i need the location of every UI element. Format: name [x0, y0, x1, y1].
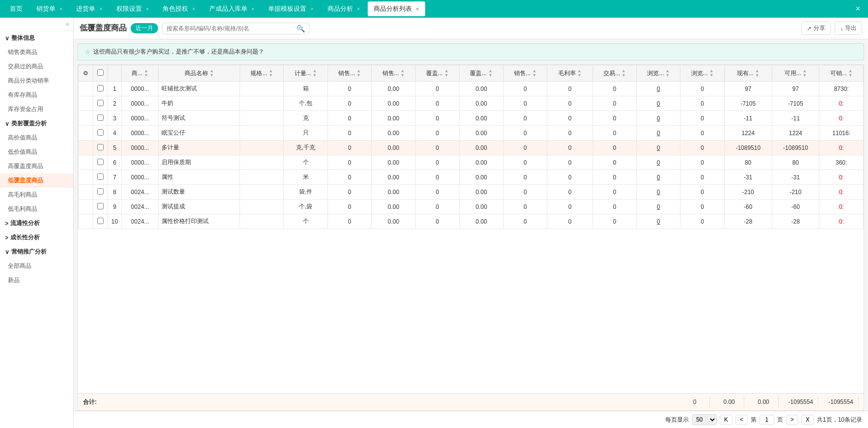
close-icon[interactable]: ×	[310, 6, 313, 12]
sidebar-collapse-button[interactable]: «	[0, 18, 73, 31]
window-close-button[interactable]: ×	[852, 2, 864, 15]
row-settings[interactable]	[79, 111, 93, 126]
sidebar-group-flow[interactable]: > 流通性分析	[0, 216, 73, 230]
close-icon[interactable]: ×	[416, 6, 419, 12]
settings-column-header[interactable]: ⚙	[79, 65, 93, 82]
sidebar-item-in-stock-goods[interactable]: 有库存商品	[0, 88, 73, 102]
sidebar-item-low-value[interactable]: 低价值商品	[0, 145, 73, 159]
row-browse1[interactable]: 0	[636, 82, 680, 96]
row-checkbox[interactable]	[93, 170, 108, 185]
sidebar-group-marketing[interactable]: ∨ 营销推广分析	[0, 245, 73, 259]
nav-purchase-order[interactable]: 进货单 ×	[70, 1, 108, 16]
sidebar-item-new-goods[interactable]: 新品	[0, 273, 73, 287]
sales-amount-column-header[interactable]: 销售...▲▼	[372, 65, 415, 82]
row-settings[interactable]	[79, 96, 93, 111]
nav-role-auth[interactable]: 角色授权 ×	[157, 1, 201, 16]
prev-page-button[interactable]: <	[735, 415, 748, 425]
row-checkbox[interactable]	[93, 155, 108, 170]
sales-qty-column-header[interactable]: 销售...▲▼	[327, 65, 371, 82]
sidebar-item-high-value[interactable]: 高价值商品	[0, 131, 73, 145]
sidebar-item-category-sell-through[interactable]: 商品分类动销率	[0, 74, 73, 88]
coverage2-column-header[interactable]: 覆盖...▲▼	[460, 65, 503, 82]
sidebar-item-low-margin[interactable]: 低毛利商品	[0, 202, 73, 216]
sidebar-item-sales-goods[interactable]: 销售类商品	[0, 45, 73, 59]
row-settings[interactable]	[79, 185, 93, 200]
row-checkbox[interactable]	[93, 214, 108, 229]
sidebar-group-coverage[interactable]: ∨ 类射覆盖分析	[0, 116, 73, 131]
row-settings[interactable]	[79, 155, 93, 170]
row-browse1[interactable]: 0	[636, 155, 680, 170]
row-settings[interactable]	[79, 126, 93, 141]
row-settings[interactable]	[79, 200, 93, 214]
page-number-input[interactable]	[760, 415, 774, 425]
last-page-button[interactable]: X	[801, 415, 814, 425]
row-checkbox[interactable]	[93, 185, 108, 200]
nav-product-analysis-list[interactable]: 商品分析列表 ×	[368, 1, 425, 16]
close-icon[interactable]: ×	[99, 6, 102, 12]
nav-product-analysis[interactable]: 商品分析 ×	[322, 1, 366, 16]
name-column-header[interactable]: 商品名称▲▼	[159, 65, 240, 82]
row-browse1[interactable]: 0	[636, 141, 680, 155]
row-settings[interactable]	[79, 82, 93, 96]
row-gross-rate: 0	[547, 185, 593, 200]
close-icon[interactable]: ×	[59, 6, 62, 12]
row-spec	[240, 82, 283, 96]
gross-rate-column-header[interactable]: 毛利率▲▼	[547, 65, 593, 82]
row-checkbox[interactable]	[93, 141, 108, 155]
row-settings[interactable]	[79, 141, 93, 155]
available-column-header[interactable]: 可用...▲▼	[772, 65, 819, 82]
row-browse1[interactable]: 0	[636, 200, 680, 214]
row-browse1[interactable]: 0	[636, 185, 680, 200]
row-settings[interactable]	[79, 214, 93, 229]
sellable-column-header[interactable]: 可销...▲▼	[819, 65, 864, 82]
browse2-column-header[interactable]: 浏览...▲▼	[680, 65, 724, 82]
nav-home[interactable]: 首页	[4, 1, 28, 16]
per-page-select[interactable]: 50 100 200	[692, 414, 717, 425]
sidebar-item-high-margin[interactable]: 高毛利商品	[0, 188, 73, 202]
row-no: 2	[108, 96, 122, 111]
row-browse1[interactable]: 0	[636, 111, 680, 126]
first-page-button[interactable]: K	[720, 415, 732, 425]
row-checkbox[interactable]	[93, 126, 108, 141]
stock1-column-header[interactable]: 现有...▲▼	[724, 65, 772, 82]
spec-column-header[interactable]: 规格...▲▼	[240, 65, 283, 82]
row-browse1[interactable]: 0	[636, 214, 680, 229]
select-all-checkbox[interactable]	[97, 69, 104, 76]
nav-sales-order[interactable]: 销货单 ×	[30, 1, 68, 16]
browse1-column-header[interactable]: 浏览...▲▼	[636, 65, 680, 82]
sidebar-item-all-goods[interactable]: 全部商品	[0, 259, 73, 273]
search-box[interactable]: 🔍	[162, 23, 309, 34]
unit-column-header[interactable]: 计量...▲▼	[284, 65, 327, 82]
nav-doc-template[interactable]: 单据模板设置 ×	[262, 1, 319, 16]
row-checkbox[interactable]	[93, 96, 108, 111]
close-icon[interactable]: ×	[146, 6, 149, 12]
share-button[interactable]: ↗ 分享	[801, 22, 831, 35]
sidebar-group-overview[interactable]: ∨ 整体信息	[0, 31, 73, 45]
row-browse1[interactable]: 0	[636, 96, 680, 111]
checkbox-column-header[interactable]	[93, 65, 108, 82]
search-input[interactable]	[166, 25, 297, 32]
time-filter-button[interactable]: 近一月	[131, 23, 158, 33]
row-checkbox[interactable]	[93, 200, 108, 214]
sidebar-item-low-coverage[interactable]: 低覆盖度商品	[0, 173, 73, 188]
transactions-column-header[interactable]: 交易...▲▼	[593, 65, 636, 82]
coverage1-column-header[interactable]: 覆盖...▲▼	[415, 65, 459, 82]
close-icon[interactable]: ×	[192, 6, 195, 12]
sidebar-item-inventory-capital[interactable]: 库存资金占用	[0, 102, 73, 116]
sales-days-column-header[interactable]: 销售...▲▼	[503, 65, 547, 82]
row-browse1[interactable]: 0	[636, 170, 680, 185]
nav-permission-settings[interactable]: 权限设置 ×	[110, 1, 155, 16]
close-icon[interactable]: ×	[357, 6, 360, 12]
row-browse1[interactable]: 0	[636, 126, 680, 141]
sidebar-item-traded-goods[interactable]: 交易过的商品	[0, 59, 73, 74]
next-page-button[interactable]: >	[786, 415, 798, 425]
row-settings[interactable]	[79, 170, 93, 185]
row-checkbox[interactable]	[93, 111, 108, 126]
row-checkbox[interactable]	[93, 82, 108, 96]
nav-product-inbound[interactable]: 产成品入库单 ×	[203, 1, 260, 16]
export-button[interactable]: ↓ 导出	[835, 22, 862, 35]
code-column-header[interactable]: 商...▲▼	[122, 65, 159, 82]
sidebar-group-growth[interactable]: > 成长性分析	[0, 230, 73, 245]
sidebar-item-high-coverage[interactable]: 高覆盖度商品	[0, 159, 73, 173]
close-icon[interactable]: ×	[251, 6, 254, 12]
